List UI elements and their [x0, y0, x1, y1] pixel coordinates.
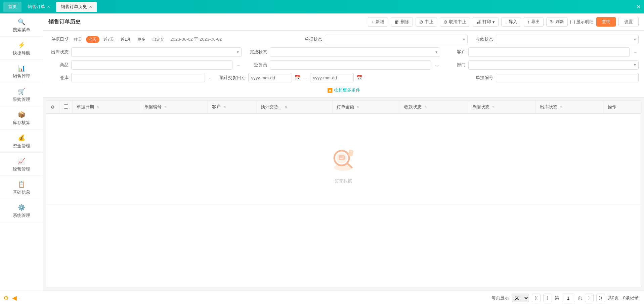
expected-delivery-start[interactable] [248, 73, 292, 82]
date-tag-1month[interactable]: 近1月 [118, 36, 134, 43]
warehouse-input[interactable] [71, 73, 205, 82]
th-settings[interactable]: ⚙ [46, 101, 59, 114]
order-status-select-wrapper: ▾ [325, 35, 468, 44]
delivery-status-select[interactable] [71, 47, 242, 57]
delete-button[interactable]: 🗑 删除 [391, 17, 413, 27]
query-button[interactable]: 查询 [596, 17, 616, 27]
page-header: 销售订单历史 + 新增 🗑 删除 ⊘ 中止 ⊘ 取消中止 [43, 13, 644, 31]
window-close-button[interactable]: ✕ [636, 4, 641, 10]
filter-warehouse: 仓库 ··· [48, 73, 214, 82]
th-checkbox[interactable] [59, 101, 72, 114]
order-number-input[interactable] [496, 73, 639, 82]
per-page-select[interactable]: 10 20 50 100 [512, 294, 529, 302]
th-number-sort-icon[interactable]: ⇅ [164, 105, 167, 109]
stop-button[interactable]: ⊘ 中止 [416, 17, 437, 27]
show-detail-label: 显示明细 [576, 19, 594, 25]
prev-page-button[interactable]: ⟨ [543, 294, 552, 302]
goods-label: 商品 [48, 62, 69, 68]
date-tag-more[interactable]: 更多 [135, 36, 148, 43]
export-icon: ↑ [527, 19, 530, 25]
tab-sales-order[interactable]: 销售订单 ✕ [23, 2, 55, 12]
date-tag-today[interactable]: 今天 [86, 36, 99, 43]
select-all-checkbox[interactable] [64, 104, 68, 109]
customer-input[interactable] [468, 47, 630, 57]
tab-sales-order-history[interactable]: 销售订单历史 ✕ [56, 2, 97, 12]
top-bar-right: ✕ [636, 4, 641, 10]
setting-button[interactable]: 设置 [618, 17, 639, 27]
export-button[interactable]: ↑ 导出 [524, 17, 544, 27]
goods-input[interactable] [71, 60, 232, 70]
tab-sales-order-label: 销售订单 [28, 4, 45, 10]
goods-ellipsis-button[interactable]: ··· [235, 63, 242, 68]
warehouse-ellipsis-button[interactable]: ··· [208, 75, 214, 80]
th-amount: 订单金额 ⇅ [332, 101, 400, 114]
date-tag-group: 昨天 今天 近7天 近1月 更多 自定义 [71, 36, 167, 43]
settings-bottom-icon[interactable]: ⚙ [3, 294, 9, 302]
calendar-end-icon[interactable]: 📅 [356, 75, 362, 80]
date-tag-yesterday[interactable]: 昨天 [71, 36, 85, 43]
th-amount-sort-icon[interactable]: ⇅ [356, 105, 359, 109]
date-filter: 昨天 今天 近7天 近1月 更多 自定义 2023-06-02 至 2023-0… [71, 36, 297, 43]
import-button[interactable]: ↓ 导入 [501, 17, 521, 27]
th-order-status-label: 单据状态 [472, 104, 489, 109]
collapse-row[interactable]: 🔼 收起更多条件 [48, 86, 639, 93]
sidebar-item-quick-nav[interactable]: ⚡ 快捷导航 [0, 37, 43, 60]
date-range: 2023-06-02 至 2023-06-02 [170, 36, 222, 42]
th-operation-label: 操作 [608, 104, 616, 109]
payment-status-select[interactable] [496, 35, 639, 44]
sidebar-item-purchase[interactable]: 🛒 采购管理 [0, 83, 43, 106]
cancel-stop-button[interactable]: ⊘ 取消中止 [440, 17, 470, 27]
tab-sales-order-close[interactable]: ✕ [47, 5, 50, 9]
sidebar-item-basic[interactable]: 📋 基础信息 [0, 176, 43, 199]
department-select[interactable] [468, 60, 639, 70]
next-page-button[interactable]: ⟩ [585, 294, 594, 302]
sidebar-item-inventory-label: 库存核算 [13, 120, 30, 126]
sidebar-item-system[interactable]: ⚙️ 系统管理 [0, 199, 43, 222]
sidebar-item-operation[interactable]: 📈 经营管理 [0, 153, 43, 176]
tab-home[interactable]: 首页 [3, 2, 22, 12]
calendar-start-icon[interactable]: 📅 [295, 75, 300, 80]
th-customer-sort-icon[interactable]: ⇅ [223, 105, 226, 109]
department-select-wrapper: ▾ [468, 60, 639, 70]
customer-label: 客户 [445, 49, 466, 55]
print-button[interactable]: 🖨 打印 ▾ [473, 17, 499, 27]
import-icon: ↓ [505, 19, 507, 25]
salesperson-ellipsis-button[interactable]: ··· [434, 63, 440, 68]
add-button[interactable]: + 新增 [368, 17, 388, 27]
sidebar-item-inventory[interactable]: 📦 库存核算 [0, 106, 43, 129]
th-delivery-status-sort-icon[interactable]: ⇅ [560, 105, 563, 109]
date-tag-7days[interactable]: 近7天 [101, 36, 117, 43]
th-payment-status-sort-icon[interactable]: ⇅ [424, 105, 427, 109]
order-status-select[interactable] [325, 35, 468, 44]
th-order-status-sort-icon[interactable]: ⇅ [492, 105, 495, 109]
sidebar-item-finance[interactable]: 💰 资金管理 [0, 129, 43, 153]
print-icon: 🖨 [476, 19, 481, 25]
date-tag-custom[interactable]: 自定义 [149, 36, 167, 43]
table-settings-icon[interactable]: ⚙ [51, 105, 55, 110]
last-page-button[interactable]: ⟩⟩ [596, 294, 605, 302]
th-delivery-date-sort-icon[interactable]: ⇅ [285, 105, 287, 109]
salesperson-input[interactable] [270, 60, 431, 70]
table-header-row: ⚙ 单据日期 ⇅ 单据编号 ⇅ [46, 101, 641, 114]
first-page-button[interactable]: ⟨⟨ [532, 294, 541, 302]
sidebar-item-sales[interactable]: 📊 销售管理 [0, 60, 43, 83]
filter-row-3: 商品 ··· 业务员 ··· 部门 ▾ [48, 60, 639, 70]
customer-ellipsis-button[interactable]: ··· [632, 50, 639, 55]
page-suffix: 页 [578, 295, 582, 301]
refresh-button[interactable]: ↻ 刷新 [546, 17, 568, 27]
delete-label: 删除 [400, 19, 409, 25]
page-number-input[interactable] [562, 294, 575, 302]
total-text: 共0页，0条记录 [608, 295, 639, 301]
tab-sales-order-history-close[interactable]: ✕ [89, 5, 92, 9]
filter-customer: 客户 ··· [445, 47, 639, 57]
th-operation: 操作 [603, 101, 641, 114]
th-date-sort-icon[interactable]: ⇅ [96, 105, 99, 109]
show-detail-checkbox[interactable] [570, 20, 575, 24]
sidebar-item-search[interactable]: 🔍 搜索菜单 [0, 13, 43, 37]
svg-rect-4 [339, 155, 345, 160]
collapse-sidebar-icon[interactable]: ◀ [12, 294, 17, 302]
show-detail-checkbox-label[interactable]: 显示明细 [570, 19, 594, 25]
warehouse-label: 仓库 [48, 75, 69, 81]
expected-delivery-end[interactable] [310, 73, 354, 82]
completion-status-select[interactable] [270, 47, 440, 57]
